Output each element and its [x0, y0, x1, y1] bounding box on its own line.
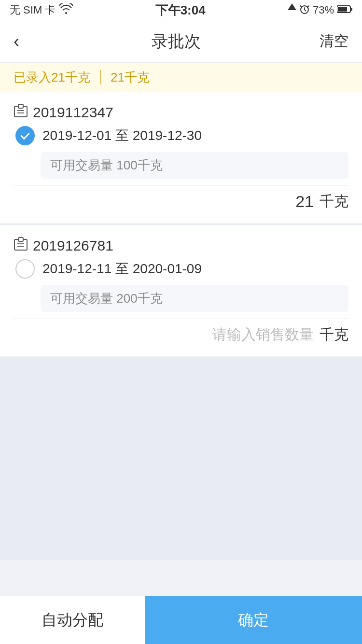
batch-1-radio[interactable]	[15, 126, 35, 145]
back-button[interactable]: ‹	[14, 31, 42, 52]
battery-icon	[337, 4, 352, 16]
no-sim-text: 无 SIM 卡	[10, 3, 56, 17]
batch-2-radio[interactable]	[15, 259, 35, 279]
wifi-icon	[59, 3, 73, 17]
alarm-icon	[299, 3, 310, 17]
clear-button[interactable]: 清空	[310, 31, 348, 51]
svg-rect-4	[351, 8, 352, 11]
batch-2-id: 2019126781	[33, 238, 113, 254]
location-icon	[288, 3, 296, 17]
confirm-button[interactable]: 确定	[145, 596, 362, 644]
batch-1-qty-row: 21 千克	[14, 185, 348, 215]
batch-1-avail-row: 可用交易量 100千克	[41, 152, 348, 179]
batch-2-qty-placeholder: 请输入销售数量	[212, 325, 314, 345]
batch-1-avail-text: 可用交易量 100千克	[50, 158, 163, 172]
empty-area	[0, 357, 362, 560]
batch-1-header: 2019112347	[14, 103, 348, 121]
info-value: 21千克	[111, 69, 150, 86]
batch-1-qty-unit: 千克	[320, 192, 348, 211]
info-label: 已录入21千克	[14, 69, 90, 86]
batch-2-avail-text: 可用交易量 200千克	[50, 291, 163, 306]
svg-rect-6	[18, 104, 23, 108]
svg-rect-3	[338, 7, 347, 12]
batch-item-2[interactable]: 2019126781 2019-12-11 至 2020-01-09 可用交易量…	[0, 225, 362, 356]
svg-rect-10	[18, 238, 23, 241]
batch-1-dates: 2019-12-01 至 2019-12-30	[42, 126, 202, 145]
nav-bar: ‹ 录批次 清空	[0, 20, 362, 63]
batch-1-qty-value[interactable]: 21	[295, 192, 314, 211]
auto-distribute-button[interactable]: 自动分配	[0, 596, 145, 644]
batch-1-dates-row: 2019-12-01 至 2019-12-30	[14, 126, 348, 145]
batch-1-icon	[14, 103, 28, 121]
status-right: 73%	[288, 3, 352, 17]
status-left: 无 SIM 卡	[10, 3, 73, 17]
info-banner: 已录入21千克 21千克	[0, 63, 362, 92]
bottom-bar: 自动分配 确定	[0, 596, 362, 644]
info-divider	[100, 70, 101, 84]
batch-item-1[interactable]: 2019112347 2019-12-01 至 2019-12-30 可用交易量…	[0, 92, 362, 223]
batch-2-dates-row: 2019-12-11 至 2020-01-09	[14, 259, 348, 279]
status-bar: 无 SIM 卡 下午3:04 73%	[0, 0, 362, 20]
batch-2-dates: 2019-12-11 至 2020-01-09	[42, 260, 202, 278]
status-time: 下午3:04	[155, 2, 206, 19]
batch-2-avail-row: 可用交易量 200千克	[41, 285, 348, 312]
page-title: 录批次	[152, 30, 201, 53]
svg-marker-0	[288, 3, 296, 10]
batch-2-header: 2019126781	[14, 237, 348, 254]
batch-1-id: 2019112347	[33, 104, 113, 121]
battery-text: 73%	[313, 4, 334, 16]
batch-2-qty-input-row[interactable]: 请输入销售数量 千克	[14, 319, 348, 349]
batch-2-qty-unit: 千克	[320, 325, 348, 345]
batch-2-icon	[14, 237, 28, 254]
